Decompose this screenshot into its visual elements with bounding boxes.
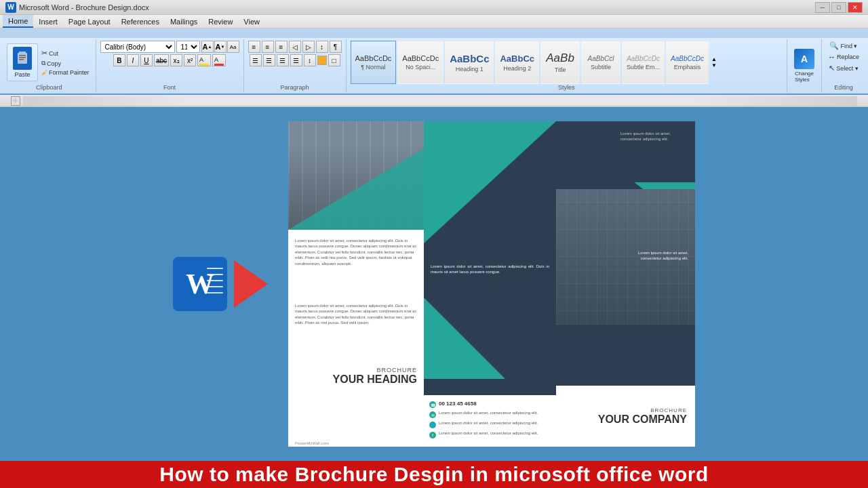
title-bar-left: W Microsoft Word - Brochure Design.docx bbox=[5, 2, 149, 13]
style-subtle-em[interactable]: AaBbCcDc Subtle Em... bbox=[622, 41, 665, 84]
menu-insert[interactable]: Insert bbox=[33, 15, 63, 28]
change-styles-button[interactable]: A ChangeStyles bbox=[791, 47, 817, 84]
style-emphasis[interactable]: AaBbCcDc Emphasis bbox=[666, 41, 709, 84]
strikethrough-button[interactable]: abc bbox=[154, 54, 169, 66]
menu-references[interactable]: References bbox=[116, 15, 165, 28]
maximize-button[interactable]: □ bbox=[831, 2, 846, 13]
phone-number: 00 123 45 4658 bbox=[439, 401, 477, 407]
clear-format-button[interactable]: Aa bbox=[227, 41, 239, 53]
ribbon: Paste ✂ Cut ⧉ Copy 🖌 Format Painter bbox=[0, 28, 868, 95]
menu-home[interactable]: Home bbox=[3, 15, 33, 28]
brochure-heading-sub: BROCHURE bbox=[333, 367, 417, 373]
styles-up[interactable]: ▲ bbox=[711, 56, 717, 62]
underline-button[interactable]: U bbox=[140, 54, 153, 66]
style-heading2[interactable]: AaBbCc Heading 2 bbox=[495, 41, 539, 84]
ruler-toggle[interactable]: ⊹ bbox=[11, 96, 20, 106]
clipboard-content: Paste ✂ Cut ⧉ Copy 🖌 Format Painter bbox=[7, 41, 92, 84]
bottom-title-text: How to make Brochure Desgin in microsoft… bbox=[159, 463, 708, 486]
grow-font-button[interactable]: A▲ bbox=[201, 41, 214, 53]
superscript-button[interactable]: x² bbox=[184, 54, 196, 66]
shrink-font-button[interactable]: A▼ bbox=[214, 41, 226, 53]
menu-mailings[interactable]: Mailings bbox=[165, 15, 203, 28]
paste-icon bbox=[13, 47, 32, 70]
clipboard-label: Clipboard bbox=[7, 84, 92, 91]
clipboard-group: Paste ✂ Cut ⧉ Copy 🖌 Format Painter bbox=[3, 39, 96, 92]
justify-button[interactable]: ☰ bbox=[290, 54, 302, 66]
style-no-space[interactable]: AaBbCcDc No Spaci... bbox=[397, 41, 443, 84]
align-center-button[interactable]: ☰ bbox=[263, 54, 275, 66]
font-name-select[interactable]: Calibri (Body) bbox=[100, 41, 175, 53]
numbering-button[interactable]: ≡ bbox=[262, 41, 274, 53]
select-button[interactable]: ↖ Select ▾ bbox=[827, 63, 861, 73]
align-right-button[interactable]: ☰ bbox=[277, 54, 289, 66]
close-button[interactable]: ✕ bbox=[848, 2, 863, 13]
style-subtitle-preview: AaBbCcl bbox=[588, 55, 614, 62]
contact-section: ☎ 00 123 45 4658 ✉ Lorem ipsum dolor sit… bbox=[424, 395, 556, 447]
watermark: PosterMyWall.com bbox=[295, 441, 329, 445]
style-heading1[interactable]: AaBbCc Heading 1 bbox=[445, 41, 494, 84]
style-title-preview: AaBb bbox=[546, 52, 574, 65]
email-icon: ✉ bbox=[429, 411, 436, 418]
style-normal[interactable]: AaBbCcDc ¶ Normal bbox=[351, 41, 397, 84]
replace-button[interactable]: ↔ Replace bbox=[826, 52, 861, 62]
font-size-select[interactable]: 11 bbox=[176, 41, 200, 53]
styles-scroll: ▲ ▼ bbox=[710, 55, 718, 70]
word-icon: W bbox=[5, 2, 16, 13]
shading-button[interactable] bbox=[317, 56, 327, 65]
copy-button[interactable]: ⧉ Copy bbox=[39, 59, 92, 68]
borders-button[interactable]: □ bbox=[328, 54, 340, 66]
style-title[interactable]: AaBb Title bbox=[540, 41, 580, 84]
menu-review[interactable]: Review bbox=[203, 15, 238, 28]
main-area: W BROCHURE Y bbox=[0, 107, 868, 461]
brochure-photo-top bbox=[288, 121, 424, 230]
editing-group: 🔍 Find ▾ ↔ Replace ↖ Select ▾ Editing bbox=[822, 39, 865, 92]
line-spacing-button[interactable]: ↕ bbox=[304, 54, 316, 66]
contact-web-item: 🌐 Lorem ipsum dolor sit amet, consectetu… bbox=[429, 421, 551, 428]
mid-teal-top bbox=[424, 121, 556, 243]
phone-icon: ☎ bbox=[429, 401, 436, 408]
minimize-button[interactable]: ─ bbox=[815, 2, 830, 13]
brochure-mid-panel: Lorem ipsum dolor sit amet, consectetur … bbox=[424, 121, 556, 447]
sort-button[interactable]: ↕ bbox=[316, 41, 328, 53]
menu-page-layout[interactable]: Page Layout bbox=[63, 15, 116, 28]
paste-button[interactable]: Paste bbox=[7, 43, 38, 81]
bullets-button[interactable]: ≡ bbox=[248, 41, 260, 53]
ribbon-tabs bbox=[0, 28, 868, 38]
show-marks-button[interactable]: ¶ bbox=[330, 41, 342, 53]
ruler: ⊹ bbox=[0, 95, 868, 107]
brochure-body-text2: Lorem ipsum dolor sit amet, consectetur … bbox=[288, 303, 424, 326]
change-styles-content: A ChangeStyles bbox=[791, 41, 817, 91]
svg-rect-4 bbox=[19, 59, 24, 60]
align-left-button[interactable]: ☰ bbox=[250, 54, 262, 66]
font-label: Font bbox=[100, 84, 239, 91]
para-row2: ☰ ☰ ☰ ☰ ↕ □ bbox=[250, 54, 340, 66]
italic-button[interactable]: I bbox=[127, 54, 139, 66]
highlight-button[interactable]: A bbox=[197, 54, 211, 66]
find-button[interactable]: 🔍 Find ▾ bbox=[827, 41, 859, 51]
mid-teal-bottom bbox=[424, 298, 505, 379]
right-bottom: BROCHURE YOUR COMPANY bbox=[556, 386, 695, 447]
cut-button[interactable]: ✂ Cut bbox=[39, 48, 92, 58]
font-color-button[interactable]: A bbox=[212, 54, 226, 66]
subscript-button[interactable]: x₂ bbox=[170, 54, 182, 66]
svg-rect-2 bbox=[19, 55, 26, 56]
right-bottom-main: YOUR COMPANY bbox=[598, 413, 687, 426]
font-size-btns: A▲ A▼ Aa bbox=[201, 41, 239, 53]
style-subtitle[interactable]: AaBbCcl Subtitle bbox=[581, 41, 620, 84]
title-bar: W Microsoft Word - Brochure Design.docx … bbox=[0, 0, 868, 15]
web-text: Lorem ipsum dolor sit amet, consectetur … bbox=[439, 421, 538, 425]
multilevel-button[interactable]: ≡ bbox=[275, 41, 288, 53]
menu-view[interactable]: View bbox=[238, 15, 265, 28]
right-bottom-sub: BROCHURE bbox=[650, 407, 687, 413]
increase-indent-button[interactable]: ▷ bbox=[302, 41, 315, 53]
teal-triangle-left bbox=[288, 148, 424, 230]
font-row1: Calibri (Body) 11 A▲ A▼ Aa bbox=[100, 41, 239, 53]
style-emphasis-preview: AaBbCcDc bbox=[671, 55, 704, 62]
bold-button[interactable]: B bbox=[113, 54, 125, 66]
select-label: Select ▾ bbox=[836, 65, 859, 72]
style-subtle-em-preview: AaBbCcDc bbox=[627, 55, 660, 62]
svg-rect-3 bbox=[19, 57, 26, 58]
decrease-indent-button[interactable]: ◁ bbox=[289, 41, 301, 53]
styles-down[interactable]: ▼ bbox=[711, 62, 717, 68]
format-painter-button[interactable]: 🖌 Format Painter bbox=[39, 68, 92, 77]
